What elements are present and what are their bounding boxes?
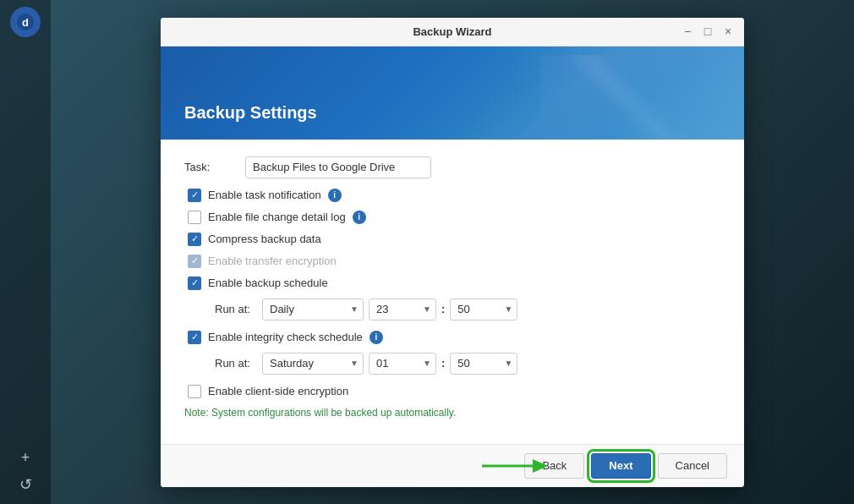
note-text: Note: System configurations will be back…: [184, 407, 720, 427]
client-encryption-row: Enable client-side encryption: [184, 385, 720, 398]
notification-label: Enable task notification: [208, 189, 321, 201]
title-bar: Backup Wizard − □ ×: [161, 18, 744, 47]
compress-label: Compress backup data: [208, 233, 321, 245]
notification-row: ✓ Enable task notification i: [184, 189, 720, 202]
add-button[interactable]: +: [21, 449, 30, 467]
arrow-svg: [482, 454, 550, 478]
backup-schedule-row: ✓ Enable backup schedule: [184, 277, 720, 290]
check-icon: ✓: [191, 278, 199, 288]
notification-checkbox[interactable]: ✓: [188, 189, 201, 202]
client-encryption-checkbox[interactable]: [188, 385, 201, 398]
compress-checkbox[interactable]: ✓: [188, 233, 201, 246]
backup-wizard-window: Backup Wizard − □ × Backup Settings Task…: [161, 18, 744, 487]
maximize-button[interactable]: □: [700, 24, 715, 39]
file-change-info-icon[interactable]: i: [353, 211, 366, 224]
minimize-button[interactable]: −: [680, 24, 695, 39]
task-row: Task:: [184, 156, 720, 178]
cancel-button[interactable]: Cancel: [658, 453, 727, 479]
check-icon: ✓: [191, 190, 199, 200]
file-change-checkbox[interactable]: [188, 211, 201, 224]
taskbar: d + ↺: [0, 0, 51, 504]
time-separator-2: :: [441, 357, 445, 370]
backup-hour-select[interactable]: 23: [369, 299, 436, 320]
backup-minute-wrapper: 50 ▼: [450, 299, 517, 320]
backup-schedule-label: Enable backup schedule: [208, 277, 328, 289]
backup-run-at-row: Run at: Daily Weekly Monthly ▼ 23 ▼: [184, 299, 720, 320]
encryption-label: Enable transfer encryption: [208, 255, 337, 267]
compress-row: ✓ Compress backup data: [184, 233, 720, 246]
check-icon: ✓: [191, 332, 199, 342]
file-change-label: Enable file change detail log: [208, 211, 346, 223]
next-button[interactable]: Next: [591, 453, 650, 479]
desktop: d + ↺ Backup Wizard − □ × Backup Setting…: [0, 0, 854, 504]
task-input[interactable]: [245, 156, 431, 178]
backup-minute-select[interactable]: 50: [450, 299, 517, 320]
integrity-info-icon[interactable]: i: [370, 331, 383, 344]
integrity-check-label: Enable integrity check schedule: [208, 331, 363, 343]
integrity-hour-wrapper: 01 ▼: [369, 353, 436, 375]
close-button[interactable]: ×: [720, 24, 736, 39]
encryption-row: ✓ Enable transfer encryption: [184, 255, 720, 268]
header-banner: Backup Settings: [161, 47, 744, 140]
day-wrapper: Saturday Sunday Monday Tuesday Wednesday…: [262, 353, 364, 375]
integrity-check-checkbox[interactable]: ✓: [188, 331, 201, 344]
day-select[interactable]: Saturday Sunday Monday Tuesday Wednesday…: [262, 353, 364, 375]
task-label: Task:: [184, 161, 235, 173]
integrity-run-at-label: Run at:: [215, 357, 257, 370]
taskbar-bottom: + ↺: [19, 449, 32, 494]
check-icon: ✓: [191, 234, 199, 244]
svg-marker-3: [533, 459, 548, 473]
frequency-select[interactable]: Daily Weekly Monthly: [262, 299, 364, 320]
file-change-row: Enable file change detail log i: [184, 211, 720, 224]
banner-title: Backup Settings: [184, 103, 317, 123]
integrity-check-row: ✓ Enable integrity check schedule i: [184, 331, 720, 344]
integrity-run-at-row: Run at: Saturday Sunday Monday Tuesday W…: [184, 353, 720, 375]
content-area: Task: ✓ Enable task notification i Enabl…: [161, 140, 744, 444]
integrity-minute-select[interactable]: 50: [450, 353, 517, 375]
app-logo: d: [10, 7, 41, 37]
backup-hour-wrapper: 23 ▼: [369, 299, 436, 320]
window-controls: − □ ×: [680, 24, 736, 39]
window-title: Backup Wizard: [169, 25, 736, 38]
backup-schedule-checkbox[interactable]: ✓: [188, 277, 201, 290]
svg-text:d: d: [22, 16, 29, 29]
history-button[interactable]: ↺: [19, 475, 32, 494]
next-arrow-indicator: [482, 454, 550, 478]
backup-run-at-label: Run at:: [215, 303, 257, 315]
frequency-wrapper: Daily Weekly Monthly ▼: [262, 299, 364, 320]
integrity-hour-select[interactable]: 01: [369, 353, 436, 375]
client-encryption-label: Enable client-side encryption: [208, 385, 348, 397]
check-icon: ✓: [191, 256, 199, 266]
encryption-checkbox[interactable]: ✓: [188, 255, 201, 268]
integrity-minute-wrapper: 50 ▼: [450, 353, 517, 375]
notification-info-icon[interactable]: i: [328, 189, 342, 202]
footer: Back Next Cancel: [161, 444, 744, 487]
time-separator-1: :: [441, 303, 445, 315]
